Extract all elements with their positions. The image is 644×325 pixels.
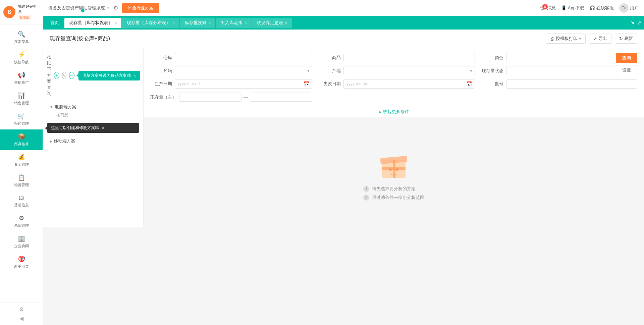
scheme-sub-item-goods[interactable]: 按商品 <box>54 111 139 119</box>
more-dots-icon: ··· <box>306 55 309 60</box>
sidebar-item-system[interactable]: ⚙ 系统管理 <box>0 211 43 231</box>
user-item[interactable]: Ea 用户 <box>619 3 639 13</box>
calendar-icon: 📅 <box>304 81 309 87</box>
tab-inventory-status-label: 现存量（库存状况表） <box>69 20 113 26</box>
sidebar-item-basic[interactable]: 🗂 基础信息 <box>0 191 43 211</box>
tab-home-label: 首页 <box>50 20 59 26</box>
sidebar-item-guide[interactable]: 🎯 新手引导 <box>0 252 43 272</box>
filter-edit-button[interactable]: ✎ <box>62 72 66 79</box>
tab-collection[interactable]: 收发存汇总表 × <box>252 18 292 28</box>
close-icon[interactable]: × <box>115 21 117 25</box>
close-icon[interactable]: × <box>285 21 287 25</box>
logo-area: 6 畅通好好生意 标准版 <box>0 0 43 24</box>
system-name: 装备及固定资产辅助管理系统 <box>48 5 105 11</box>
tooltip-close-icon[interactable]: × <box>133 73 136 78</box>
collapse-bar[interactable]: ∧ 收起更多条件 <box>150 106 637 117</box>
batch-input[interactable] <box>506 79 638 89</box>
warehouse-label: 仓库 <box>150 55 172 61</box>
warehouse-input[interactable]: ··· <box>175 53 312 62</box>
sidebar-footer: ⚙ ◀ <box>0 303 43 325</box>
close-icon[interactable]: × <box>209 21 211 25</box>
filter-row-size: 尺码 <box>150 66 312 75</box>
svg-point-5 <box>396 168 398 171</box>
logo-text: 畅通好好生意 <box>18 4 39 14</box>
sidebar-item-finance[interactable]: 💰 资金管理 <box>0 150 43 170</box>
tab-batch[interactable]: 库存批次账 × <box>180 18 215 28</box>
origin-select[interactable] <box>343 66 475 75</box>
sidebar-item-operation[interactable]: 📋 经营管理 <box>0 170 43 191</box>
sidebar-item-label: 系统管理 <box>14 223 29 228</box>
filter-add-button[interactable]: ＋ <box>54 72 59 79</box>
sales-icon: 📊 <box>18 92 25 99</box>
filter-back-button[interactable]: ← <box>69 72 74 79</box>
search-icon: 🔍 <box>18 31 25 38</box>
filter-row-warehouse: 仓库 ··· <box>150 53 312 62</box>
enterprise-icon: 🏢 <box>18 235 25 242</box>
stock-main-to[interactable] <box>250 93 312 102</box>
query-button[interactable]: 查询 <box>616 53 637 63</box>
origin-select-wrap[interactable] <box>343 66 475 75</box>
purchase-icon: 🛒 <box>18 112 25 120</box>
tooltip-dark-close-icon[interactable]: × <box>102 126 104 130</box>
tabbar-actions: ✕ ⤢ <box>631 20 641 26</box>
trial-button[interactable]: 体验行业方案 <box>122 3 159 13</box>
sidebar-item-sales[interactable]: 📊 销售管理 <box>0 89 43 109</box>
sidebar-item-quicknav[interactable]: ⚡ 快捷导航 <box>0 48 43 68</box>
tab-inventory-status[interactable]: 现存量（库存状况表） × <box>64 18 121 28</box>
app-download-item[interactable]: 📱 App下载 <box>561 5 584 11</box>
size-select[interactable] <box>175 66 312 75</box>
logo-badge: 标准版 <box>18 15 31 20</box>
user-label: 用户 <box>630 5 639 11</box>
tab-inventory-dist-label: 现存量（库存分布表） <box>127 20 170 26</box>
sidebar-footer-settings[interactable]: ⚙ <box>19 306 24 313</box>
guide-icon: 🎯 <box>18 255 25 263</box>
gear-icon[interactable]: ⚙ <box>113 5 118 11</box>
online-support-label: 在线客服 <box>596 5 614 11</box>
filter-row-stock-main: 现存量（主） — <box>150 93 312 102</box>
refresh-button[interactable]: ↻ 刷新 <box>615 34 637 44</box>
size-label: 尺码 <box>150 68 172 74</box>
sidebar-item-enterprise[interactable]: 🏢 企业协同 <box>0 231 43 252</box>
scheme-tree-desktop[interactable]: ▼ 电脑端方案 <box>47 103 139 111</box>
empty-step1: 1 请先选择要分析的方案 <box>363 186 424 192</box>
empty-step2-text: 用过滤条件来缩小分析范围 <box>372 195 424 201</box>
tab-home[interactable]: 首页 <box>46 18 64 28</box>
sidebar-item-label: 基础信息 <box>14 203 29 208</box>
close-icon[interactable]: × <box>245 21 247 25</box>
reset-button[interactable]: 设置 <box>616 65 637 75</box>
tab-inout[interactable]: 出入库流水 × <box>216 18 251 28</box>
close-icon[interactable]: × <box>172 21 174 25</box>
tab-inventory-dist[interactable]: 现存量（库存分布表） × <box>122 18 179 28</box>
online-support-item[interactable]: 🎧 在线客服 <box>590 5 614 11</box>
exp-date-placeholder: yyyy-mm-dd <box>346 82 368 86</box>
exp-date-input[interactable]: yyyy-mm-dd 📅 <box>343 79 475 89</box>
system-icon: ⚙ <box>19 214 24 222</box>
app-download-label: App下载 <box>568 5 584 11</box>
print-button[interactable]: 🖨 按模板打印 ▾ <box>546 34 586 44</box>
tab-close-all-icon[interactable]: ✕ <box>631 20 635 26</box>
sidebar-item-search[interactable]: 🔍 搜索菜单 <box>0 27 43 48</box>
sidebar-item-label: 企业协同 <box>14 243 29 249</box>
notifications-item[interactable]: 💬 6 消息 <box>540 5 556 11</box>
stock-main-range: — <box>179 93 312 102</box>
filter-fields: 仓库 ··· 商品 ··· <box>144 48 644 117</box>
page-title: 现存量查询(按仓库+商品) <box>50 35 110 42</box>
sidebar-item-inventory[interactable]: 📦 库存核算 <box>0 129 43 150</box>
tab-maximize-icon[interactable]: ⤢ <box>637 20 641 26</box>
sidebar-item-purchase[interactable]: 🛒 采购管理 <box>0 109 43 129</box>
sidebar-item-marketing[interactable]: 📢 营销推广 <box>0 68 43 89</box>
scheme-tree-mobile-item[interactable]: ▶ 移动端方案 <box>47 137 139 146</box>
scheme-tree: ▼ 电脑端方案 按商品 <box>47 101 139 120</box>
sidebar-footer-collapse[interactable]: ◀ <box>19 315 23 322</box>
svg-rect-3 <box>382 167 406 170</box>
filter-row-color: 颜色 <box>482 53 638 62</box>
exp-date-label: 失效日期 <box>319 81 341 87</box>
stock-main-from[interactable] <box>179 93 241 102</box>
export-button[interactable]: ↗ 导出 <box>589 34 611 44</box>
goods-label: 商品 <box>319 55 341 61</box>
prod-date-input[interactable]: yyyy-mm-dd 📅 <box>175 79 312 89</box>
tabbar: 首页 现存量（库存状况表） × 现存量（库存分布表） × 库存批次账 × 出入库… <box>43 16 644 30</box>
sidebar: 6 畅通好好生意 标准版 🔍 搜索菜单 ⚡ 快捷导航 📢 营销推广 📊 销售管理… <box>0 0 43 325</box>
size-select-wrap[interactable] <box>175 66 312 75</box>
goods-input[interactable]: ··· <box>343 53 475 62</box>
